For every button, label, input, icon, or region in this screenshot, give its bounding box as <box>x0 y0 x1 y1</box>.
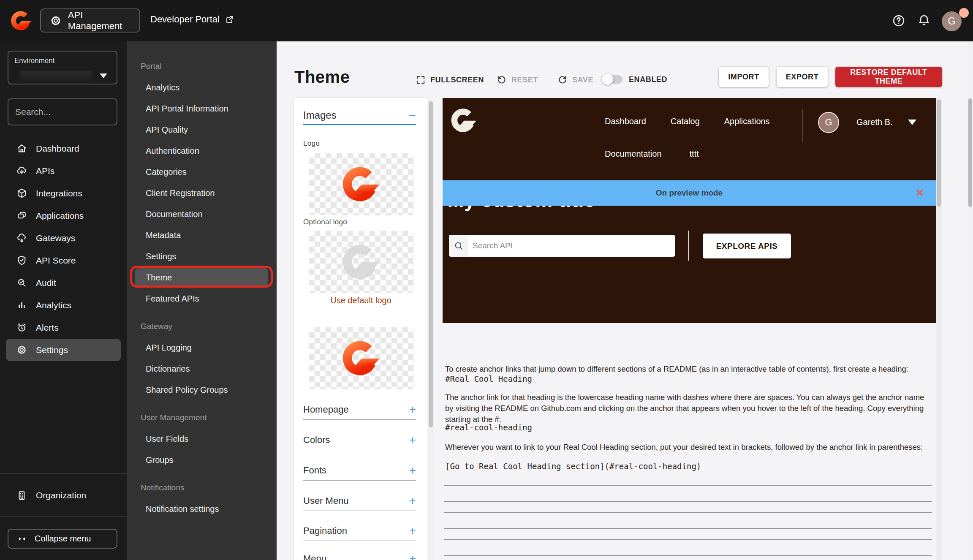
accordion-label: Fonts <box>303 465 326 476</box>
sidebar-item-integrations[interactable]: Integrations <box>6 182 121 204</box>
environment-value-redacted <box>20 71 92 81</box>
subsidebar-item-dictionaries[interactable]: Dictionaries <box>127 358 277 379</box>
images-header-label: Images <box>303 109 337 121</box>
primary-sidebar: Environment DashboardAPIsIntegrationsApp… <box>0 41 127 560</box>
subsidebar-item-documentation[interactable]: Documentation <box>127 204 277 225</box>
subsidebar-item-theme[interactable]: Theme <box>135 268 268 287</box>
close-icon[interactable]: ✕ <box>916 187 924 199</box>
skeleton-line <box>444 507 932 507</box>
window-scrollbar[interactable] <box>968 41 973 560</box>
expand-plus-icon[interactable]: + <box>409 465 416 476</box>
developer-portal-link[interactable]: Developer Portal <box>150 14 235 25</box>
accordion-fonts[interactable]: Fonts+ <box>303 464 416 477</box>
subsidebar-item-shared-policy-groups[interactable]: Shared Policy Groups <box>127 379 277 400</box>
user-avatar[interactable]: G <box>942 11 962 31</box>
subsidebar-item-featured-apis[interactable]: Featured APIs <box>127 288 277 309</box>
expand-plus-icon[interactable]: + <box>409 434 416 446</box>
subsidebar-item-settings[interactable]: Settings <box>127 246 277 267</box>
sidebar-item-alerts[interactable]: Alerts <box>6 316 121 339</box>
expand-plus-icon[interactable]: + <box>409 495 416 507</box>
expand-plus-icon[interactable]: + <box>409 404 416 416</box>
logo-upload-tile[interactable] <box>309 153 414 215</box>
subsidebar-item-categories[interactable]: Categories <box>127 161 277 182</box>
subsidebar-item-api-logging[interactable]: API Logging <box>127 337 277 358</box>
accordion-colors[interactable]: Colors+ <box>303 434 416 446</box>
help-icon[interactable] <box>891 14 906 28</box>
preview-nav-applications[interactable]: Applications <box>724 117 770 126</box>
sidebar-item-label: API Score <box>36 256 76 266</box>
fullscreen-label: FULLSCREEN <box>430 76 484 84</box>
subsidebar-item-notification-settings[interactable]: Notification settings <box>127 498 277 519</box>
save-button[interactable]: SAVE <box>557 74 593 85</box>
sidebar-item-label: Integrations <box>36 188 82 198</box>
subsidebar-item-authentication[interactable]: Authentication <box>127 140 277 161</box>
expand-plus-icon[interactable]: + <box>409 553 416 560</box>
subsidebar-item-metadata[interactable]: Metadata <box>127 225 277 246</box>
skeleton-line <box>444 480 932 480</box>
environment-select[interactable]: Environment <box>8 51 117 84</box>
preview-nav-tttt[interactable]: tttt <box>690 149 699 159</box>
sidebar-item-api-score[interactable]: API Score <box>6 249 121 272</box>
sidebar-item-applications[interactable]: Applications <box>6 204 121 227</box>
accordion-menu[interactable]: Menu+ <box>303 552 416 560</box>
preview-scrollbar[interactable] <box>936 98 942 560</box>
sidebar-item-audit[interactable]: Audit <box>6 272 121 294</box>
accordion-user-menu[interactable]: User Menu+ <box>303 495 416 507</box>
favicon-upload-tile[interactable] <box>309 327 414 389</box>
preview-portal-header: DashboardCatalogApplications Documentati… <box>443 98 936 323</box>
bell-icon[interactable] <box>917 13 931 27</box>
subsidebar-section-user-management: User Management <box>127 407 277 428</box>
app-switcher-button[interactable]: API Management <box>40 8 140 33</box>
sidebar-item-dashboard[interactable]: Dashboard <box>6 137 121 160</box>
preview-nav-catalog[interactable]: Catalog <box>671 117 700 126</box>
fullscreen-button[interactable]: FULLSCREEN <box>415 74 484 85</box>
section-gap <box>127 400 277 407</box>
preview-scrollbar-thumb[interactable] <box>937 100 941 207</box>
images-section-header[interactable]: Images − <box>303 109 416 122</box>
subsidebar-item-groups[interactable]: Groups <box>127 449 277 470</box>
toggle-thumb <box>602 73 613 85</box>
fullscreen-icon <box>415 74 426 85</box>
preview-header-divider <box>802 109 802 141</box>
sidebar-item-gateways[interactable]: Gateways <box>6 227 121 249</box>
export-button[interactable]: EXPORT <box>777 67 828 87</box>
sidebar-item-settings[interactable]: Settings <box>6 339 121 361</box>
section-gap <box>127 309 277 316</box>
subsidebar-item-analytics[interactable]: Analytics <box>127 77 277 98</box>
expand-plus-icon[interactable]: + <box>409 525 416 537</box>
subsidebar-item-api-quality[interactable]: API Quality <box>127 119 277 140</box>
collapse-menu-button[interactable]: Collapse menu <box>8 529 117 549</box>
subsidebar-item-client-registration[interactable]: Client Registration <box>127 182 277 204</box>
sidebar-item-apis[interactable]: APIs <box>6 160 121 182</box>
preview-search-input[interactable] <box>468 241 675 250</box>
enabled-toggle[interactable] <box>603 75 622 84</box>
explore-apis-button[interactable]: EXPLORE APIS <box>703 234 791 258</box>
panel-scrollbar[interactable] <box>427 98 434 560</box>
chevron-down-icon[interactable] <box>908 120 916 125</box>
preview-user-name[interactable]: Gareth B. <box>856 117 893 127</box>
optional-logo-upload-tile[interactable] <box>309 231 414 293</box>
subsidebar-item-user-fields[interactable]: User Fields <box>127 428 277 449</box>
shield-check-icon <box>16 255 27 266</box>
collapse-minus-icon[interactable]: − <box>408 109 416 122</box>
sidebar-search-input[interactable] <box>15 107 130 117</box>
sidebar-item-analytics[interactable]: Analytics <box>6 294 121 316</box>
preview-nav-documentation[interactable]: Documentation <box>605 149 662 159</box>
import-button[interactable]: IMPORT <box>719 67 769 87</box>
restore-default-theme-button[interactable]: RESTORE DEFAULT THEME <box>835 67 942 87</box>
gear-icon <box>49 14 62 27</box>
sidebar-item-label: Settings <box>36 345 68 355</box>
panel-scrollbar-thumb[interactable] <box>429 101 433 427</box>
window-scrollbar-thumb[interactable] <box>968 98 972 207</box>
chevron-down-icon <box>100 73 107 78</box>
reset-button[interactable]: RESET <box>496 74 538 85</box>
use-default-logo-link[interactable]: Use default logo <box>294 296 427 305</box>
preview-nav-dashboard[interactable]: Dashboard <box>605 117 646 126</box>
preview-user-avatar[interactable]: G <box>818 112 839 133</box>
bar-chart-icon <box>16 299 27 311</box>
accordion-pagination[interactable]: Pagination+ <box>303 525 416 537</box>
subsidebar-item-api-portal-information[interactable]: API Portal Information <box>127 98 277 119</box>
preview-portal-logo-icon[interactable] <box>450 106 478 134</box>
sidebar-item-organization[interactable]: Organization <box>6 486 121 505</box>
accordion-homepage[interactable]: Homepage+ <box>303 403 416 416</box>
